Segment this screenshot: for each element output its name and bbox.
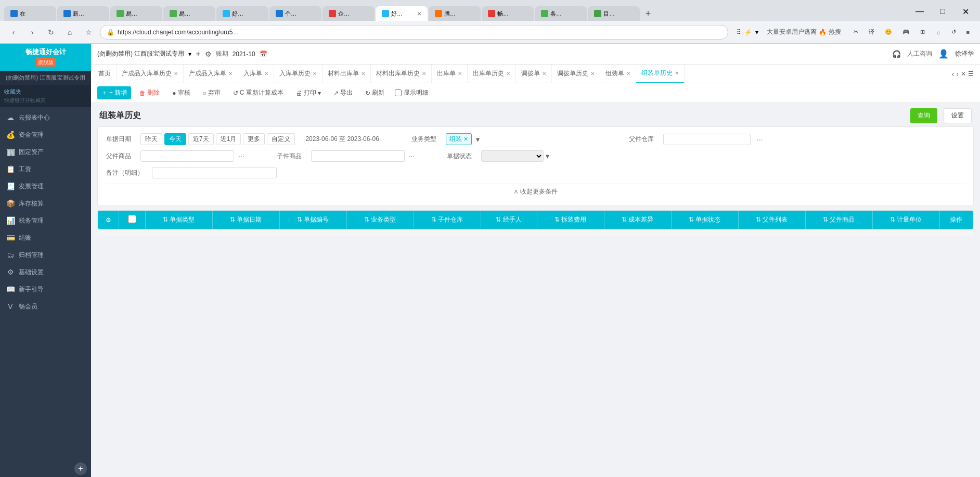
address-bar[interactable]: 🔒 https://cloud.chanjet.com/accounting/u… bbox=[100, 25, 728, 40]
sidebar-item-payroll[interactable]: 📋 工资 bbox=[0, 161, 91, 178]
col-handler[interactable]: ⇅ 经手人 bbox=[481, 211, 537, 229]
horizontal-scrollbar[interactable] bbox=[97, 229, 974, 236]
close-icon[interactable]: ✕ bbox=[361, 71, 365, 76]
tab-prev-button[interactable]: ‹ bbox=[952, 70, 955, 78]
browser-tab-8[interactable]: 好… ✕ bbox=[376, 6, 428, 21]
home-button[interactable]: ⌂ bbox=[62, 25, 77, 40]
page-tab-out-order[interactable]: 出库单 ✕ bbox=[432, 65, 468, 83]
page-tab-out-history[interactable]: 出库单历史 ✕ bbox=[468, 65, 516, 83]
status-select[interactable] bbox=[481, 150, 544, 162]
recalculate-button[interactable]: ↺ C 重新计算成本 bbox=[229, 86, 288, 99]
abandon-button[interactable]: ○ 弃审 bbox=[199, 86, 225, 99]
sidebar-item-fund[interactable]: 💰 资金管理 bbox=[0, 126, 91, 144]
calendar-icon[interactable]: 📅 bbox=[260, 50, 267, 58]
refresh-button[interactable]: ↻ 刷新 bbox=[361, 86, 389, 99]
sidebar-item-member[interactable]: V 畅会员 bbox=[0, 298, 91, 315]
col-date[interactable]: ⇅ 单据日期 bbox=[212, 211, 279, 229]
close-icon[interactable]: ✕ bbox=[506, 71, 510, 76]
page-tab-mat-out[interactable]: 材料出库单 ✕ bbox=[323, 65, 371, 83]
col-child-warehouse[interactable]: ⇅ 子件仓库 bbox=[414, 211, 481, 229]
window-close-button[interactable]: ✕ bbox=[955, 2, 976, 21]
sidebar-item-invoice[interactable]: 🧾 发票管理 bbox=[0, 178, 91, 195]
browser-tab-1[interactable]: 在 bbox=[4, 6, 56, 21]
tab-close-all-button[interactable]: ☰ bbox=[968, 70, 974, 78]
export-button[interactable]: ↗ 导出 bbox=[329, 86, 357, 99]
back-button[interactable]: ‹ bbox=[6, 25, 21, 40]
sidebar-item-settings[interactable]: ⚙ 基础设置 bbox=[0, 264, 91, 281]
col-parent-goods[interactable]: ⇅ 父件商品 bbox=[805, 211, 872, 229]
sidebar-item-archive[interactable]: 🗂 归档管理 bbox=[0, 247, 91, 264]
page-tab-assemble-history[interactable]: 调拨单历史 ✕ bbox=[552, 65, 600, 83]
browser-tab-6[interactable]: 个… bbox=[269, 6, 321, 21]
tab-next-button[interactable]: › bbox=[956, 70, 959, 78]
date-btn-7days[interactable]: 近7天 bbox=[188, 133, 214, 145]
date-btn-today[interactable]: 今天 bbox=[164, 133, 186, 145]
setting-button[interactable]: 设置 bbox=[944, 108, 972, 123]
add-bottom-button[interactable]: + bbox=[74, 462, 87, 475]
undo-btn[interactable]: ↺ bbox=[947, 28, 960, 36]
tab-close-current-button[interactable]: ✕ bbox=[961, 70, 966, 78]
add-button[interactable]: ＋ + 新增 bbox=[97, 86, 131, 99]
close-icon[interactable]: ✕ bbox=[626, 71, 630, 76]
browser-tab-5[interactable]: 好… bbox=[216, 6, 268, 21]
show-detail-checkbox[interactable] bbox=[395, 89, 402, 96]
close-icon[interactable]: ✕ bbox=[174, 71, 178, 76]
settings-gear-button[interactable]: ⚙ bbox=[205, 50, 212, 58]
select-all-checkbox[interactable] bbox=[128, 215, 136, 223]
window-minimize-button[interactable]: — bbox=[909, 2, 930, 21]
bookmark-button[interactable]: ☆ bbox=[81, 25, 96, 40]
date-btn-custom[interactable]: 自定义 bbox=[267, 133, 295, 145]
col-unit[interactable]: ⇅ 计量单位 bbox=[872, 211, 939, 229]
query-button[interactable]: 查询 bbox=[910, 108, 937, 123]
sidebar-item-fixed-assets[interactable]: 🏢 固定资产 bbox=[0, 144, 91, 161]
page-tab-kit-history[interactable]: 组装单历史 ✕ bbox=[636, 65, 685, 83]
tab-add-button[interactable]: + bbox=[641, 6, 655, 21]
biz-type-dropdown-button[interactable]: ▾ bbox=[476, 135, 480, 144]
window-maximize-button[interactable]: □ bbox=[932, 2, 953, 21]
page-tab-kit[interactable]: 组装单 ✕ bbox=[600, 65, 636, 83]
cut-btn[interactable]: ✂ bbox=[849, 28, 862, 36]
browser-tab-9[interactable]: 腾… bbox=[429, 6, 481, 21]
browser-tab-12[interactable]: 目… bbox=[588, 6, 640, 21]
browser-tab-10[interactable]: 畅… bbox=[482, 6, 534, 21]
sidebar-item-checkout[interactable]: 💳 结账 bbox=[0, 229, 91, 247]
biz-type-tag-close[interactable]: ✕ bbox=[463, 136, 468, 143]
close-icon[interactable]: ✕ bbox=[542, 71, 546, 76]
browser-tab-3[interactable]: 易… bbox=[110, 6, 162, 21]
page-tab-in-order[interactable]: 入库单 ✕ bbox=[238, 65, 274, 83]
grid-btn[interactable]: ⊞ bbox=[916, 28, 929, 36]
company-dropdown-button[interactable]: ▾ bbox=[188, 50, 191, 58]
print-button[interactable]: 🖨 打印 ▾ bbox=[292, 86, 325, 99]
brightness-btn[interactable]: ☼ bbox=[931, 28, 945, 36]
col-number[interactable]: ⇅ 单据编号 bbox=[279, 211, 346, 229]
browser-tab-2[interactable]: 新… bbox=[57, 6, 109, 21]
translate-btn[interactable]: 译 bbox=[865, 27, 879, 37]
close-icon[interactable]: ✕ bbox=[313, 71, 317, 76]
emoji-btn[interactable]: 😊 bbox=[881, 28, 896, 36]
delete-button[interactable]: 🗑 删除 bbox=[135, 86, 164, 99]
date-btn-more[interactable]: 更多 bbox=[243, 133, 265, 145]
dropdown-icon[interactable]: ▾ bbox=[755, 29, 758, 36]
game-btn[interactable]: 🎮 bbox=[898, 28, 914, 36]
col-disassemble-fee[interactable]: ⇅ 拆装费用 bbox=[537, 211, 604, 229]
sidebar-item-guide[interactable]: 📖 新手引导 bbox=[0, 281, 91, 298]
page-tab-in-history[interactable]: 入库单历史 ✕ bbox=[274, 65, 323, 83]
page-tab-prod-in-history[interactable]: 产成品入库单历史 ✕ bbox=[117, 65, 184, 83]
close-icon[interactable]: ✕ bbox=[422, 71, 426, 76]
browser-tab-7[interactable]: 企… bbox=[323, 6, 375, 21]
col-check[interactable] bbox=[119, 211, 145, 229]
col-gear[interactable]: ⚙ bbox=[98, 211, 119, 229]
forward-button[interactable]: › bbox=[25, 25, 40, 40]
page-tab-mat-out-history[interactable]: 材料出库单历史 ✕ bbox=[371, 65, 432, 83]
col-biz-type[interactable]: ⇅ 业务类型 bbox=[346, 211, 414, 229]
date-btn-1month[interactable]: 近1月 bbox=[216, 133, 241, 145]
collapse-button[interactable]: ∧ 收起更多条件 bbox=[106, 184, 965, 199]
menu-btn[interactable]: ≡ bbox=[962, 28, 974, 36]
note-input[interactable] bbox=[152, 167, 277, 178]
audit-button[interactable]: ● 审核 bbox=[168, 86, 194, 99]
col-parent-list[interactable]: ⇅ 父件列表 bbox=[738, 211, 805, 229]
close-icon-active[interactable]: ✕ bbox=[675, 70, 679, 76]
sidebar-company[interactable]: (勿删勿禁用) 江西服宝测试专用 bbox=[0, 71, 91, 85]
browser-tab-11[interactable]: 各… bbox=[535, 6, 587, 21]
browser-tab-4[interactable]: 易… bbox=[163, 6, 215, 21]
